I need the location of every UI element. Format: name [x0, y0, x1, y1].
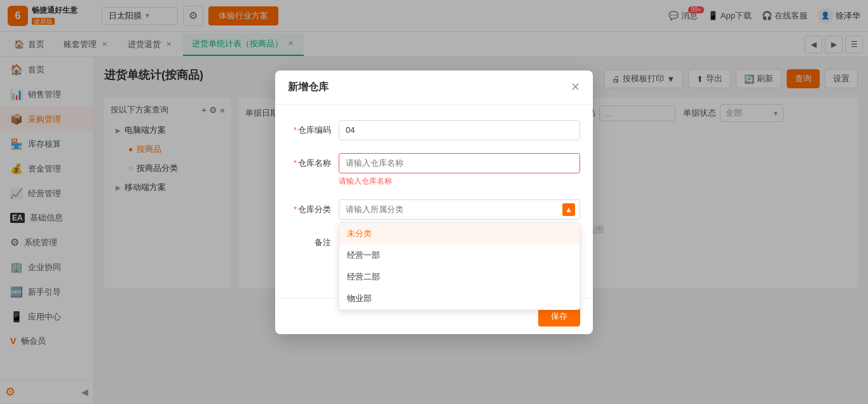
category-label: 仓库分类 [288, 199, 339, 220]
new-warehouse-modal: 新增仓库 ✕ 仓库编码 仓库名称 请输入仓库名称 仓库分类 [275, 71, 593, 334]
modal-header: 新增仓库 ✕ [275, 71, 593, 105]
category-toggle-button[interactable]: ▲ [562, 203, 575, 216]
modal-overlay: 新增仓库 ✕ 仓库编码 仓库名称 请输入仓库名称 仓库分类 [0, 0, 868, 404]
category-field-row: 仓库分类 ▲ 未分类 经营一部 经营二部 物业部 [288, 199, 580, 220]
dropdown-item-uncategorized[interactable]: 未分类 [339, 223, 580, 245]
category-select-wrapper: ▲ [339, 199, 580, 220]
code-label: 仓库编码 [288, 120, 339, 140]
code-field-row: 仓库编码 [288, 120, 580, 140]
category-dropdown: 未分类 经营一部 经营二部 物业部 [339, 222, 580, 310]
name-input[interactable] [339, 153, 580, 173]
name-error-message: 请输入仓库名称 [339, 176, 580, 187]
modal-body: 仓库编码 仓库名称 请输入仓库名称 仓库分类 ▲ [275, 105, 593, 298]
dropdown-item-property[interactable]: 物业部 [339, 288, 580, 309]
modal-close-button[interactable]: ✕ [571, 81, 580, 93]
name-field-row: 仓库名称 请输入仓库名称 [288, 153, 580, 187]
notes-label: 备注 [288, 232, 339, 253]
name-label: 仓库名称 [288, 153, 339, 173]
code-input[interactable] [339, 120, 580, 140]
modal-title: 新增仓库 [288, 81, 329, 94]
dropdown-item-dept1[interactable]: 经营一部 [339, 245, 580, 266]
category-control: ▲ 未分类 经营一部 经营二部 物业部 [339, 199, 580, 220]
name-control: 请输入仓库名称 [339, 153, 580, 187]
code-control [339, 120, 580, 140]
category-input[interactable] [339, 199, 580, 220]
dropdown-item-dept2[interactable]: 经营二部 [339, 266, 580, 288]
